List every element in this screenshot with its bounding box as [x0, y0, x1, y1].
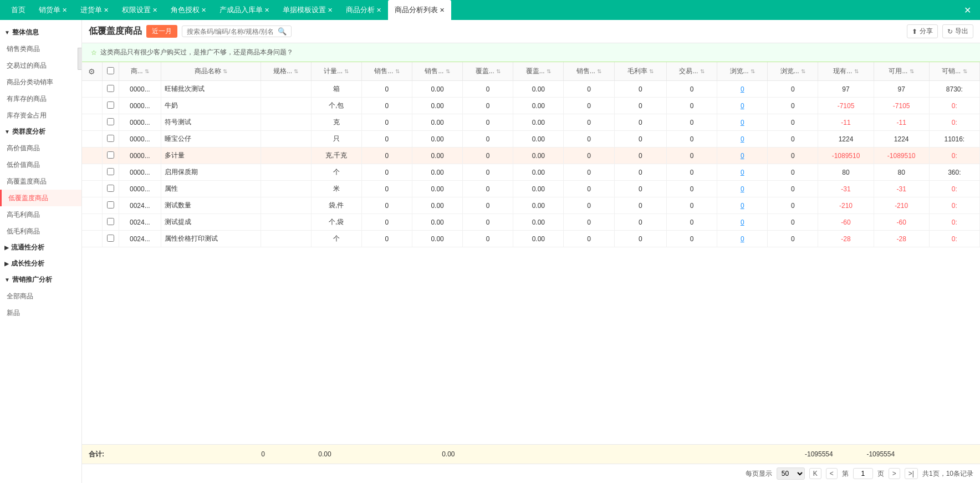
nav-item-roles[interactable]: 角色授权 ✕	[164, 0, 213, 20]
row-checkbox[interactable]	[102, 114, 119, 131]
sidebar-item-low-margin[interactable]: 低毛利商品	[0, 223, 81, 240]
row-sales3: 0	[564, 114, 614, 131]
sidebar-group-marketing[interactable]: ▼ 营销推广分析	[0, 272, 81, 288]
sidebar-collapse-button[interactable]: 《	[78, 48, 82, 70]
row-browse1[interactable]: 0	[717, 181, 768, 197]
sidebar-group-growth[interactable]: ▶ 成长性分析	[0, 256, 81, 272]
footer-cover	[356, 448, 417, 460]
sidebar-item-low-value[interactable]: 低价值商品	[0, 156, 81, 173]
col-current[interactable]: 现有... ⇅	[818, 62, 874, 81]
nav-close-purchase[interactable]: ✕	[104, 7, 109, 14]
export-button[interactable]: ↻ 导出	[942, 24, 973, 38]
sidebar-group-cluster[interactable]: ▼ 类群度分析	[0, 124, 81, 140]
row-checkbox[interactable]	[102, 131, 119, 148]
table-row: 0024... 测试提成 个,袋 0 0.00 0 0.00 0 0 0 0 0…	[82, 214, 980, 231]
row-checkbox[interactable]	[102, 181, 119, 197]
sidebar-item-stock-capital[interactable]: 库存资金占用	[0, 107, 81, 124]
row-checkbox[interactable]	[102, 81, 119, 98]
nav-item-purchase[interactable]: 进货单 ✕	[74, 0, 115, 20]
nav-item-permissions[interactable]: 权限设置 ✕	[115, 0, 164, 20]
first-page-button[interactable]: K	[809, 468, 821, 479]
col-browse2[interactable]: 浏览... ⇅	[768, 62, 818, 81]
sidebar-item-high-value[interactable]: 高价值商品	[0, 140, 81, 156]
row-browse1[interactable]: 0	[717, 131, 768, 148]
nav-item-template[interactable]: 单据模板设置 ✕	[276, 0, 339, 20]
window-close-button[interactable]: ✕	[959, 5, 976, 16]
row-name: 旺辅批次测试	[161, 81, 261, 98]
col-saleable[interactable]: 可销... ⇅	[929, 62, 979, 81]
sidebar-item-new-goods[interactable]: 新品	[0, 304, 81, 321]
col-code[interactable]: 商... ⇅	[119, 62, 161, 81]
sidebar-item-high-coverage[interactable]: 高覆盖度商品	[0, 173, 81, 190]
row-cover1: 0	[463, 181, 513, 197]
row-cover2: 0.00	[513, 148, 564, 164]
sidebar-item-category-rate[interactable]: 商品分类动销率	[0, 74, 81, 90]
row-browse1[interactable]: 0	[717, 197, 768, 214]
sidebar-item-in-stock[interactable]: 有库存的商品	[0, 90, 81, 107]
settings-icon[interactable]: ⚙	[88, 67, 95, 76]
col-name[interactable]: 商品名称 ⇅	[161, 62, 261, 81]
row-checkbox[interactable]	[102, 98, 119, 114]
row-browse1[interactable]: 0	[717, 81, 768, 98]
row-browse1[interactable]: 0	[717, 231, 768, 247]
sidebar-group-overall[interactable]: ▼ 整体信息	[0, 24, 81, 40]
col-cover2[interactable]: 覆盖... ⇅	[513, 62, 564, 81]
col-unit[interactable]: 计量... ⇅	[311, 62, 361, 81]
table-wrapper[interactable]: ⚙ 商... ⇅ 商品名称 ⇅ 规格... ⇅ 计量... ⇅ 销售... ⇅ …	[82, 62, 980, 444]
last-page-button[interactable]: >|	[905, 468, 918, 479]
prev-page-button[interactable]: <	[826, 468, 838, 479]
col-cover1[interactable]: 覆盖... ⇅	[463, 62, 513, 81]
share-button[interactable]: ⬆ 分享	[907, 24, 938, 38]
col-sales-amt[interactable]: 销售... ⇅	[412, 62, 463, 81]
sidebar-item-low-coverage[interactable]: 低覆盖度商品	[0, 190, 81, 206]
col-browse1[interactable]: 浏览... ⇅	[717, 62, 768, 81]
nav-close-template[interactable]: ✕	[328, 7, 333, 14]
nav-close-permissions[interactable]: ✕	[152, 7, 157, 14]
col-sales3[interactable]: 销售... ⇅	[564, 62, 614, 81]
nav-close-analysis-list[interactable]: ✕	[440, 7, 445, 14]
search-icon[interactable]: 🔍	[278, 27, 287, 35]
sidebar-item-sales-goods[interactable]: 销售类商品	[0, 40, 81, 57]
col-trade[interactable]: 交易... ⇅	[667, 62, 717, 81]
nav-close-analysis[interactable]: ✕	[376, 7, 381, 14]
nav-item-products[interactable]: 产成品入库单 ✕	[213, 0, 276, 20]
nav-close-sales[interactable]: ✕	[62, 7, 67, 14]
col-sales-qty[interactable]: 销售... ⇅	[361, 62, 412, 81]
nav-item-home[interactable]: 首页	[4, 0, 32, 20]
time-filter-button[interactable]: 近一月	[146, 25, 177, 38]
row-browse1[interactable]: 0	[717, 98, 768, 114]
col-spec[interactable]: 规格... ⇅	[261, 62, 311, 81]
footer-available: -1095554	[850, 448, 911, 460]
sidebar-item-traded-goods[interactable]: 交易过的商品	[0, 57, 81, 74]
next-page-button[interactable]: >	[889, 468, 900, 479]
col-gross-rate[interactable]: 毛利率 ⇅	[614, 62, 666, 81]
row-browse1[interactable]: 0	[717, 114, 768, 131]
sidebar-group-liquidity[interactable]: ▶ 流通性分析	[0, 240, 81, 256]
row-checkbox[interactable]	[102, 164, 119, 181]
row-checkbox[interactable]	[102, 231, 119, 247]
col-available[interactable]: 可用... ⇅	[874, 62, 929, 81]
row-cover1: 0	[463, 81, 513, 98]
nav-item-analysis[interactable]: 商品分析 ✕	[339, 0, 388, 20]
sidebar-item-high-margin[interactable]: 高毛利商品	[0, 206, 81, 223]
nav-item-analysis-list[interactable]: 商品分析列表 ✕	[388, 0, 451, 20]
col-settings[interactable]: ⚙	[82, 62, 102, 81]
row-sales3: 0	[564, 231, 614, 247]
row-browse1[interactable]: 0	[717, 148, 768, 164]
nav-close-roles[interactable]: ✕	[201, 7, 206, 14]
row-browse1[interactable]: 0	[717, 214, 768, 231]
row-gross-rate: 0	[614, 164, 666, 181]
search-input[interactable]	[187, 28, 275, 35]
nav-close-products[interactable]: ✕	[264, 7, 269, 14]
nav-item-sales[interactable]: 销货单 ✕	[32, 0, 74, 20]
page-number-input[interactable]	[853, 468, 873, 479]
row-checkbox[interactable]	[102, 197, 119, 214]
row-cover1: 0	[463, 214, 513, 231]
row-trade: 0	[667, 164, 717, 181]
row-browse1[interactable]: 0	[717, 164, 768, 181]
row-checkbox[interactable]	[102, 148, 119, 164]
sidebar-item-all-goods[interactable]: 全部商品	[0, 288, 81, 304]
row-checkbox[interactable]	[102, 214, 119, 231]
per-page-select[interactable]: 50 10 20 100	[777, 467, 805, 480]
select-all-checkbox[interactable]	[107, 67, 114, 74]
